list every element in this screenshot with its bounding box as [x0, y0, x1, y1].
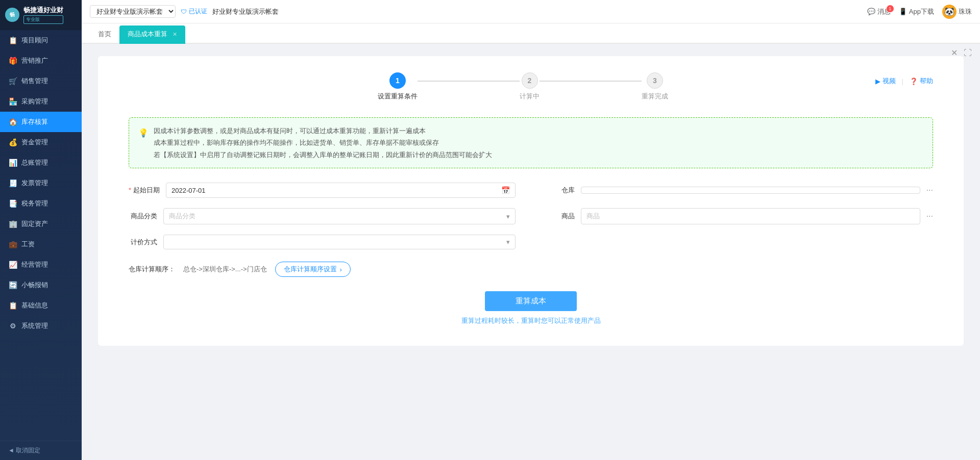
sidebar-item-label: 工资 — [21, 240, 35, 249]
user-menu[interactable]: 🐼 珠珠 — [942, 5, 972, 19]
pin-toggle-label: ◄ 取消固定 — [8, 446, 40, 455]
sidebar-item-marketing[interactable]: 🎁 营销推广 — [0, 50, 82, 71]
step-1-circle: 1 — [389, 72, 406, 89]
main-area: 好业财专业版演示帐套 🛡 已认证 好业财专业版演示帐套 💬 消息 1 📱 App… — [82, 0, 980, 460]
tab-home[interactable]: 首页 — [90, 25, 119, 44]
category-placeholder: 商品分类 — [169, 212, 195, 221]
account-selector[interactable]: 好业财专业版演示帐套 — [90, 5, 176, 18]
message-icon: 💬 — [867, 8, 875, 15]
sidebar-item-operations[interactable]: 📈 经营管理 — [0, 254, 82, 275]
warehouse-order-settings-button[interactable]: 仓库计算顺序设置 › — [275, 262, 351, 277]
recalc-button[interactable]: 重算成本 — [485, 291, 577, 311]
tab-home-label: 首页 — [98, 30, 111, 38]
start-date-label: 起始日期 — [129, 186, 160, 195]
invoice-icon: 🧾 — [8, 178, 17, 188]
notification-badge: 1 — [887, 5, 894, 12]
price-method-select[interactable]: ▾ — [163, 235, 516, 249]
form-row-warehouse: 仓库 ··· — [546, 183, 933, 198]
sidebar-item-basic[interactable]: 📋 基础信息 — [0, 295, 82, 316]
sidebar-title-block: 畅捷通好业财 专业版 — [23, 6, 63, 24]
chevron-right-icon: › — [340, 266, 342, 273]
expand-window-button[interactable]: ⛶ — [964, 48, 972, 58]
sidebar-item-inventory[interactable]: 🏠 库存核算 — [0, 112, 82, 132]
price-method-chevron-icon: ▾ — [506, 238, 510, 246]
sidebar-item-sales[interactable]: 🛒 销售管理 — [0, 71, 82, 91]
sidebar: 畅 畅捷通好业财 专业版 📋 项目顾问 🎁 营销推广 🛒 销售管理 🏪 采购管理… — [0, 0, 82, 460]
tab-close-icon[interactable]: ✕ — [173, 31, 177, 37]
shield-icon: 🛡 — [181, 8, 187, 15]
project-icon: 📋 — [8, 36, 17, 45]
category-select[interactable]: 商品分类 ▾ — [163, 208, 516, 224]
info-line-2: 成本重算过程中，影响库存账的操作均不能操作，比如进货单、销货单、库存单据不能审核… — [154, 137, 492, 148]
sidebar-item-salary[interactable]: 💼 工资 — [0, 234, 82, 254]
sidebar-item-label: 总账管理 — [21, 158, 48, 167]
operations-icon: 📈 — [8, 260, 17, 269]
play-icon: ▶ — [875, 78, 880, 85]
goods-label: 商品 — [546, 212, 575, 221]
tax-icon: 📑 — [8, 199, 17, 208]
page-content: ✕ ⛶ ▶ 视频 | ❓ 帮助 — [82, 44, 980, 460]
warehouse-order-value: 总仓->深圳仓库->...->门店仓 — [183, 265, 267, 274]
verified-badge: 🛡 已认证 — [181, 7, 207, 16]
sidebar-item-label: 税务管理 — [21, 199, 48, 208]
info-icon: 💡 — [138, 126, 149, 161]
step-actions: ▶ 视频 | ❓ 帮助 — [875, 76, 933, 86]
sidebar-item-label: 基础信息 — [21, 301, 48, 310]
sidebar-item-label: 小畅报销 — [21, 280, 48, 290]
chevron-down-icon: ▾ — [506, 213, 510, 220]
goods-more-button[interactable]: ··· — [926, 212, 933, 221]
step-3-circle: 3 — [647, 72, 663, 89]
sidebar-item-project[interactable]: 📋 项目顾问 — [0, 30, 82, 50]
sidebar-item-label: 采购管理 — [21, 97, 48, 106]
sidebar-item-system[interactable]: ⚙ 系统管理 — [0, 316, 82, 336]
sidebar-logo: 畅 — [5, 8, 19, 22]
step-2-circle: 2 — [522, 72, 538, 89]
calendar-icon: 📅 — [501, 186, 510, 194]
sidebar-item-finance[interactable]: 💰 资金管理 — [0, 132, 82, 152]
video-link[interactable]: ▶ 视频 — [875, 76, 896, 86]
sidebar-item-accounting[interactable]: 📊 总账管理 — [0, 152, 82, 173]
recalc-hint: 重算过程耗时较长，重算时您可以正常使用产品 — [129, 316, 933, 325]
sidebar-item-label: 固定资产 — [21, 219, 48, 228]
sidebar-item-invoice[interactable]: 🧾 发票管理 — [0, 173, 82, 193]
sidebar-app-title: 畅捷通好业财 — [23, 6, 63, 14]
sidebar-item-assets[interactable]: 🏢 固定资产 — [0, 214, 82, 234]
app-download-button[interactable]: 📱 App下载 — [899, 7, 934, 16]
app-download-label: App下载 — [909, 7, 934, 16]
sidebar-item-label: 项目顾问 — [21, 36, 48, 45]
tab-recalc[interactable]: 商品成本重算 ✕ — [119, 25, 185, 44]
message-button[interactable]: 💬 消息 1 — [867, 7, 891, 16]
step-1-label: 设置重算条件 — [378, 92, 418, 101]
sidebar-item-expense[interactable]: 🔄 小畅报销 — [0, 275, 82, 295]
recalc-btn-label: 重算成本 — [516, 296, 546, 305]
goods-placeholder: 商品 — [586, 212, 600, 221]
sidebar-item-tax[interactable]: 📑 税务管理 — [0, 193, 82, 214]
form-row-start-date: 起始日期 2022-07-01 📅 — [129, 183, 516, 198]
sidebar-item-label: 库存核算 — [21, 117, 48, 126]
sidebar-pin-toggle[interactable]: ◄ 取消固定 — [0, 441, 82, 460]
warehouse-more-button[interactable]: ··· — [926, 186, 933, 195]
sidebar-edition-badge: 专业版 — [23, 15, 63, 24]
help-icon: ❓ — [910, 78, 918, 85]
start-date-input[interactable]: 2022-07-01 📅 — [166, 183, 516, 198]
sidebar-item-label: 资金管理 — [21, 138, 48, 147]
accounting-icon: 📊 — [8, 158, 17, 167]
step-connector-2-3 — [540, 81, 642, 82]
help-link[interactable]: ❓ 帮助 — [910, 76, 933, 86]
warehouse-input[interactable] — [581, 187, 920, 194]
category-label: 商品分类 — [129, 212, 157, 221]
verified-text: 已认证 — [189, 7, 207, 16]
sidebar-item-purchase[interactable]: 🏪 采购管理 — [0, 91, 82, 112]
form-row-price-method: 计价方式 ▾ — [129, 235, 516, 249]
tab-bar: 首页 商品成本重算 ✕ — [82, 23, 980, 44]
basic-icon: 📋 — [8, 301, 17, 310]
goods-input[interactable]: 商品 — [581, 208, 920, 224]
phone-icon: 📱 — [899, 8, 907, 15]
account-selector-area: 好业财专业版演示帐套 — [90, 5, 176, 18]
sidebar-item-label: 经营管理 — [21, 260, 48, 269]
sidebar-item-label: 发票管理 — [21, 178, 48, 188]
info-text: 因成本计算参数调整，或是对商品成本有疑问时，可以通过成本重算功能，重新计算一遍成… — [154, 125, 492, 161]
salary-icon: 💼 — [8, 240, 17, 249]
avatar: 🐼 — [942, 5, 957, 19]
step-3-label: 重算完成 — [642, 92, 668, 101]
